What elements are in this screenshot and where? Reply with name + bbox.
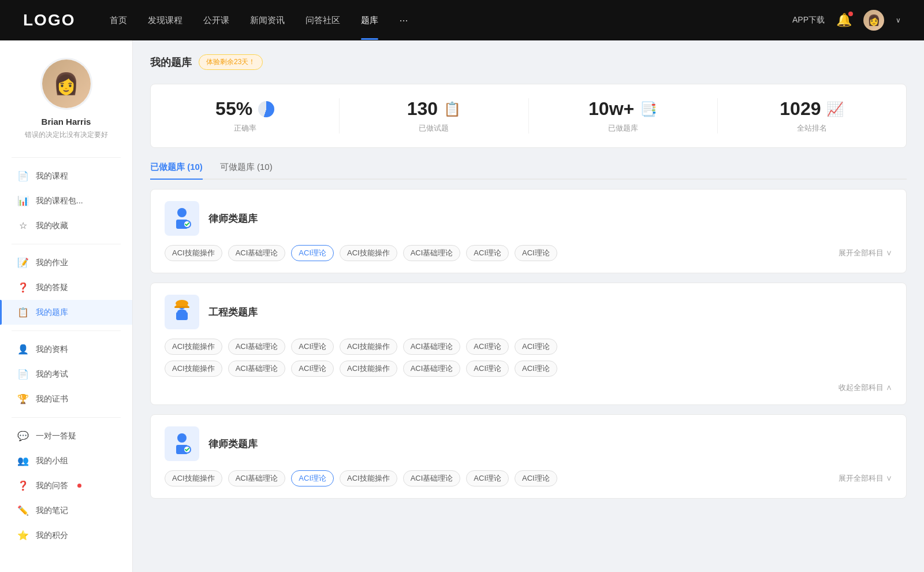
sidebar-item-favorites[interactable]: ☆ 我的收藏 (0, 213, 132, 238)
card1-tag-5[interactable]: ACI理论 (466, 245, 509, 261)
svg-rect-8 (174, 306, 189, 308)
course-packages-icon: 📊 (17, 195, 29, 206)
stat-banks-done: 10w+ 📑 已做题库 (529, 98, 718, 133)
sidebar-label-courses: 我的课程 (36, 171, 68, 181)
card1-tag-3[interactable]: ACI技能操作 (340, 245, 397, 261)
question-bank-card-lawyer-2: 律师类题库 ACI技能操作 ACI基础理论 ACI理论 ACI技能操作 ACI基… (150, 414, 907, 499)
card2-tag-r2-1[interactable]: ACI基础理论 (228, 361, 286, 377)
sidebar-item-notes[interactable]: ✏️ 我的笔记 (0, 498, 132, 523)
app-download-button[interactable]: APP下载 (792, 15, 825, 25)
sidebar-item-certificate[interactable]: 🏆 我的证书 (0, 387, 132, 411)
nav-qa[interactable]: 问答社区 (305, 15, 340, 26)
card2-tag-r1-2[interactable]: ACI理论 (291, 339, 334, 355)
nav-discover[interactable]: 发现课程 (148, 15, 182, 26)
card2-tag-r2-2[interactable]: ACI理论 (291, 361, 334, 377)
sidebar-item-profile[interactable]: 👤 我的资料 (0, 337, 132, 362)
sidebar-item-homework[interactable]: 📝 我的作业 (0, 250, 132, 275)
svg-rect-5 (176, 312, 188, 320)
card2-tag-r1-0[interactable]: ACI技能操作 (165, 339, 222, 355)
sidebar-label-certificate: 我的证书 (36, 394, 68, 404)
logo[interactable]: LOGO (23, 11, 75, 29)
svg-point-0 (177, 208, 187, 217)
favorites-icon: ☆ (17, 220, 29, 231)
card2-tags-row2: ACI技能操作 ACI基础理论 ACI理论 ACI技能操作 ACI基础理论 AC… (165, 361, 892, 377)
card3-tag-6[interactable]: ACI理论 (515, 470, 557, 486)
courses-icon: 📄 (17, 170, 29, 181)
sidebar-label-notes: 我的笔记 (36, 506, 68, 516)
card2-collapse-link[interactable]: 收起全部科目 ∧ (165, 382, 892, 393)
sidebar-item-tutoring[interactable]: 💬 一对一答疑 (0, 424, 132, 448)
tab-available-banks[interactable]: 可做题库 (10) (220, 162, 273, 180)
card3-tag-5[interactable]: ACI理论 (466, 470, 509, 486)
card1-expand-link[interactable]: 展开全部科目 ∨ (839, 248, 892, 258)
card1-tag-1[interactable]: ACI基础理论 (228, 245, 286, 261)
homework-icon: 📝 (17, 257, 29, 268)
navbar: LOGO 首页 发现课程 公开课 新闻资讯 问答社区 题库 ··· APP下载 … (0, 0, 924, 40)
card3-tag-3[interactable]: ACI技能操作 (340, 470, 397, 486)
engineer-bank-icon (165, 295, 199, 329)
nav-more[interactable]: ··· (399, 14, 408, 27)
card2-tag-r1-3[interactable]: ACI技能操作 (340, 339, 397, 355)
sidebar-menu: 📄 我的课程 📊 我的课程包... ☆ 我的收藏 📝 我的作业 ❓ 我的答疑 � (0, 164, 132, 548)
exam-icon: 📄 (17, 369, 29, 380)
card2-tag-r2-6[interactable]: ACI理论 (515, 361, 557, 377)
stat-ranking-value-row: 1029 📈 (729, 98, 895, 120)
card1-tag-0[interactable]: ACI技能操作 (165, 245, 222, 261)
sidebar-item-exam[interactable]: 📄 我的考试 (0, 362, 132, 387)
nav-question-bank[interactable]: 题库 (361, 15, 378, 26)
notification-bell[interactable]: 🔔 (836, 13, 852, 28)
sidebar-label-tutoring: 一对一答疑 (36, 431, 76, 441)
sidebar-label-profile: 我的资料 (36, 344, 68, 355)
sidebar-label-qa: 我的答疑 (36, 283, 68, 293)
sidebar-item-question-bank[interactable]: 📋 我的题库 (0, 300, 132, 325)
user-menu-arrow[interactable]: ∨ (896, 16, 901, 24)
user-motto: 错误的决定比没有决定要好 (12, 130, 121, 140)
card2-tag-r1-5[interactable]: ACI理论 (466, 339, 509, 355)
sidebar-divider-2 (12, 330, 121, 331)
nav-news[interactable]: 新闻资讯 (250, 15, 285, 26)
sidebar-item-groups[interactable]: 👥 我的小组 (0, 448, 132, 473)
card3-tag-0[interactable]: ACI技能操作 (165, 470, 222, 486)
sidebar-label-favorites: 我的收藏 (36, 221, 68, 231)
sidebar-item-course-packages[interactable]: 📊 我的课程包... (0, 188, 132, 213)
sidebar-divider-1 (12, 244, 121, 244)
stat-questions-value: 130 (407, 98, 438, 120)
sidebar-item-points[interactable]: ⭐ 我的积分 (0, 523, 132, 548)
card1-tag-6[interactable]: ACI理论 (515, 245, 557, 261)
points-icon: ⭐ (17, 530, 29, 541)
nav-home[interactable]: 首页 (110, 15, 127, 26)
ranking-icon: 📈 (826, 101, 844, 117)
sidebar-item-qa[interactable]: ❓ 我的答疑 (0, 275, 132, 300)
tutoring-icon: 💬 (17, 430, 29, 441)
page-title: 我的题库 (150, 55, 192, 69)
question-bank-header: 我的题库 体验剩余23天！ (150, 54, 907, 70)
tab-done-banks[interactable]: 已做题库 (10) (150, 162, 203, 180)
card1-tag-4[interactable]: ACI基础理论 (403, 245, 461, 261)
card3-expand-link[interactable]: 展开全部科目 ∨ (839, 473, 892, 484)
card1-tag-2[interactable]: ACI理论 (291, 245, 334, 261)
sidebar: 👩 Brian Harris 错误的决定比没有决定要好 📄 我的课程 📊 我的课… (0, 40, 133, 572)
stat-ranking-value: 1029 (780, 98, 821, 120)
card3-tag-1[interactable]: ACI基础理论 (228, 470, 286, 486)
card2-name: 工程类题库 (208, 306, 258, 319)
card2-header: 工程类题库 (165, 295, 892, 329)
card2-tag-r1-1[interactable]: ACI基础理论 (228, 339, 286, 355)
card2-tag-r2-0[interactable]: ACI技能操作 (165, 361, 222, 377)
card2-tag-r1-6[interactable]: ACI理论 (515, 339, 557, 355)
accuracy-pie-icon (258, 101, 274, 117)
card1-name: 律师类题库 (208, 212, 258, 225)
svg-point-9 (177, 433, 187, 443)
user-avatar[interactable]: 👩 (863, 10, 884, 31)
card2-tag-r2-5[interactable]: ACI理论 (466, 361, 509, 377)
card3-tag-2[interactable]: ACI理论 (291, 470, 334, 486)
question-bank-card-engineer: 工程类题库 ACI技能操作 ACI基础理论 ACI理论 ACI技能操作 ACI基… (150, 283, 907, 405)
card3-tag-4[interactable]: ACI基础理论 (403, 470, 461, 486)
sidebar-item-my-courses[interactable]: 📄 我的课程 (0, 164, 132, 188)
card2-tag-r2-3[interactable]: ACI技能操作 (340, 361, 397, 377)
groups-icon: 👥 (17, 455, 29, 466)
card2-tag-r2-4[interactable]: ACI基础理论 (403, 361, 461, 377)
card2-tag-r1-4[interactable]: ACI基础理论 (403, 339, 461, 355)
sidebar-item-my-qa[interactable]: ❓ 我的问答 (0, 473, 132, 498)
nav-open-course[interactable]: 公开课 (203, 15, 229, 26)
card1-tags-row: ACI技能操作 ACI基础理论 ACI理论 ACI技能操作 ACI基础理论 AC… (165, 245, 892, 261)
